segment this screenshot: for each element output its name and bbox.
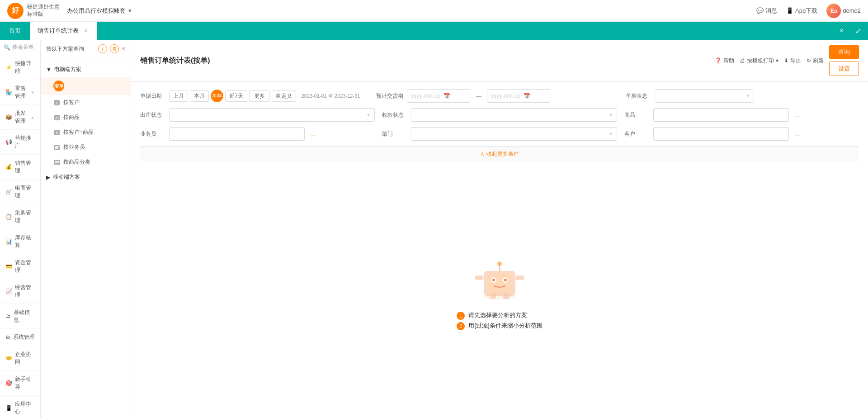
sidebar-item-appcenter[interactable]: 📱 应用中心 (0, 396, 40, 418)
sidebar-item-corp[interactable]: 🤝 企业协同 (0, 346, 40, 371)
left-panel: 按以下方案查询 + ⚙ « ▼ 电脑端方案 按单 (41, 40, 131, 418)
department-select[interactable]: ▾ (411, 127, 617, 141)
sidebar-item-quick-nav[interactable]: ⚡ 快捷导航 (0, 55, 40, 80)
expected-date-end[interactable]: yyyy-mm-dd 📅 (487, 89, 550, 103)
tree-item-by-category[interactable]: 按商品分类 (41, 155, 131, 170)
tab-home[interactable]: 首页 (0, 22, 30, 40)
avatar: Ea (826, 4, 841, 18)
tab-expand-btn[interactable]: ⤢ (852, 24, 864, 37)
panel-actions: + ⚙ « (98, 44, 125, 53)
sidebar-item-ecommerce[interactable]: 🛒 电商管理 (0, 180, 40, 204)
goods-input[interactable] (653, 108, 789, 122)
by-cust-goods-icon: 客 (53, 129, 61, 136)
out-status-select[interactable]: ▾ (169, 108, 375, 122)
panel-header-label: 按以下方案查询 (46, 45, 84, 53)
corp-icon: 🤝 (5, 355, 12, 361)
sidebar-item-retail[interactable]: 🏪 零售管理 ▼ (0, 80, 40, 105)
by-goods-icon: 品 (53, 114, 61, 121)
tree-group-mobile: ▶ 移动端方案 (41, 170, 131, 185)
expected-date-item: 预计交货期 yyyy-mm-dd 📅 — yyyy-mm-dd 📅 (376, 89, 609, 103)
tree-item-by-order[interactable]: 按单 (41, 77, 131, 95)
customer-ellipsis-btn[interactable]: ... (793, 130, 802, 138)
step-1-text: 请先选择要分析的方案 (468, 311, 527, 319)
salesman-input[interactable] (169, 127, 305, 141)
more-date-btn[interactable]: 更多 (249, 90, 270, 102)
basic-icon: 🗂 (5, 313, 11, 319)
right-content: 销售订单统计表(按单) ❓ 帮助 🖨 按模板打印 ▾ ⬇ 导出 (131, 40, 868, 418)
step-2-text: 用[过滤]条件来缩小分析范围 (468, 322, 542, 330)
logo-icon: 好 (7, 3, 24, 19)
this-month-btn[interactable]: 本月 (190, 90, 209, 102)
svg-rect-25 (490, 294, 496, 299)
filter-row-1: 单据日期 上月 本月 本年 近7天 更多 自定义 2023-01-01 至 20… (140, 89, 859, 103)
svg-point-22 (497, 261, 502, 266)
tab-sales-stats[interactable]: 销售订单统计表 × (30, 22, 97, 40)
svg-rect-24 (515, 276, 524, 280)
sidebar-item-system[interactable]: ⚙ 系统管理 (0, 329, 40, 346)
expected-date-start[interactable]: yyyy-mm-dd 📅 (407, 89, 470, 103)
tab-close-window-btn[interactable]: × (835, 24, 848, 37)
sidebar-item-purchase[interactable]: 📋 采购管理 (0, 204, 40, 229)
last-month-btn[interactable]: 上月 (169, 90, 188, 102)
sidebar-item-operations[interactable]: 📈 经营管理 (0, 279, 40, 304)
help-btn[interactable]: ❓ 帮助 (715, 57, 734, 65)
tab-close-btn[interactable]: × (82, 27, 90, 34)
filter-area: 单据日期 上月 本月 本年 近7天 更多 自定义 2023-01-01 至 20… (131, 82, 868, 169)
refresh-btn[interactable]: ↻ 刷新 (807, 57, 824, 65)
tree-item-by-goods[interactable]: 品 按商品 (41, 110, 131, 125)
doc-status-select[interactable]: ▾ (655, 89, 754, 103)
newuser-icon: 🎯 (5, 380, 12, 386)
top-header: 好 畅捷通好生意 标准版 办公用品行业模拟账套 ▾ 💬 消息 📱 App下载 E… (0, 0, 868, 22)
sidebar-item-newuser[interactable]: 🎯 新手引导 (0, 371, 40, 396)
goods-ellipsis-btn[interactable]: ... (793, 111, 802, 119)
export-btn[interactable]: ⬇ 导出 (784, 57, 801, 65)
operations-icon: 📈 (5, 288, 12, 294)
sidebar-item-inventory[interactable]: 📊 库存核算 (0, 229, 40, 254)
salesman-ellipsis-btn[interactable]: ... (308, 130, 317, 138)
appcenter-icon: 📱 (5, 405, 12, 411)
query-btn[interactable]: 查询 (829, 45, 859, 59)
main-layout: 🔍 搜索菜单 ⚡ 快捷导航 🏪 零售管理 ▼ 📦 批发管理 ▲ 📢 营销推广 💰… (0, 40, 868, 418)
filter-row-3: 业务员 ... 部门 ▾ 客户 ... (140, 127, 859, 141)
department-label: 部门 (382, 130, 407, 138)
tree-item-by-customer[interactable]: 人 按客户 (41, 95, 131, 110)
svg-point-20 (504, 279, 507, 281)
by-salesman-icon (53, 144, 61, 151)
collapse-bar[interactable]: ∧ 收起更多条件 (140, 146, 859, 162)
department-item: 部门 ▾ (382, 127, 617, 141)
department-dropdown-icon: ▾ (609, 131, 612, 137)
tree-item-by-salesman[interactable]: 按业务员 (41, 140, 131, 155)
tree-group-pc-header[interactable]: ▼ 电脑端方案 (41, 62, 131, 77)
last7-btn[interactable]: 近7天 (225, 90, 247, 102)
panel-add-btn[interactable]: + (98, 44, 107, 53)
tree-section: ▼ 电脑端方案 按单 人 (41, 58, 131, 188)
pc-group-label: 电脑端方案 (54, 66, 81, 73)
current-year-btn[interactable]: 本年 (211, 90, 223, 102)
tree-item-by-cust-goods[interactable]: 客 按客户+商品 (41, 125, 131, 140)
sidebar-item-wholesale[interactable]: 📦 批发管理 ▲ (0, 105, 40, 130)
retail-icon: 🏪 (5, 89, 12, 95)
tree-group-mobile-header[interactable]: ▶ 移动端方案 (41, 170, 131, 185)
receipt-status-select[interactable]: ▾ (411, 108, 617, 122)
mobile-group-chevron: ▶ (46, 174, 50, 180)
ecommerce-icon: 🛒 (5, 189, 12, 195)
system-title-dropdown[interactable]: ▾ (128, 7, 132, 14)
empty-step-1: 1 请先选择要分析的方案 (457, 311, 542, 320)
template-print-btn[interactable]: 🖨 按模板打印 ▾ (740, 57, 778, 65)
user-area[interactable]: Ea demo2 (826, 4, 861, 18)
settings-btn[interactable]: 设置 (829, 62, 859, 76)
panel-settings-btn[interactable]: ⚙ (110, 44, 119, 53)
custom-btn[interactable]: 自定义 (272, 90, 296, 102)
sidebar-item-sales[interactable]: 💰 销售管理 (0, 155, 40, 180)
system-title: 办公用品行业模拟账套 ▾ (67, 7, 756, 15)
sidebar-search[interactable]: 🔍 搜索菜单 (0, 40, 40, 55)
goods-label: 商品 (624, 111, 650, 119)
sidebar-item-marketing[interactable]: 📢 营销推广 (0, 130, 40, 155)
panel-collapse-btn[interactable]: « (122, 44, 125, 53)
message-btn[interactable]: 💬 消息 (756, 7, 777, 15)
sidebar-item-finance[interactable]: 💳 资金管理 (0, 254, 40, 279)
sidebar-item-basic[interactable]: 🗂 基础信息 (0, 304, 40, 329)
empty-step-2: 2 用[过滤]条件来缩小分析范围 (457, 322, 542, 330)
app-download-btn[interactable]: 📱 App下载 (786, 7, 817, 15)
customer-input[interactable] (653, 127, 789, 141)
